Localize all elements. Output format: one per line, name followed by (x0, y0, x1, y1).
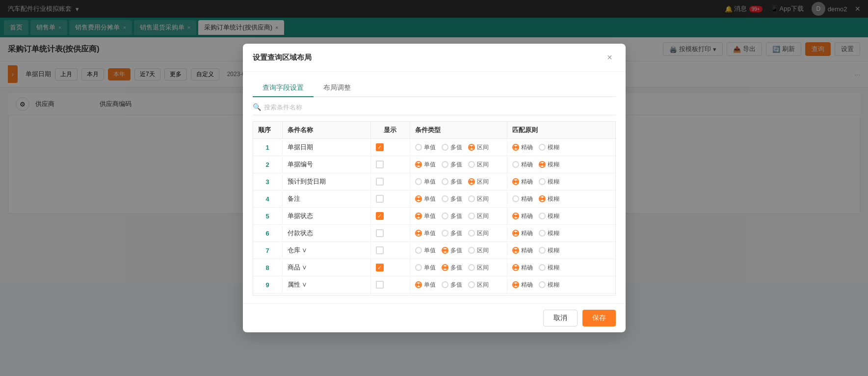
radio-circle-range-3 (468, 195, 475, 202)
table-row: 4备注 单值 多值 区间 精确 模糊 (253, 190, 615, 208)
radio-circle-fuzzy-6 (539, 247, 546, 254)
row-order-1: 2 (253, 157, 283, 172)
checkbox-display-1[interactable] (376, 161, 384, 168)
radio-range-3[interactable]: 区间 (468, 195, 489, 203)
radio-circle-exact-0 (512, 144, 519, 151)
row-match-5: 精确 模糊 (507, 225, 615, 242)
radio-circle-fuzzy-2 (539, 178, 546, 185)
radio-circle-exact-6 (512, 247, 519, 254)
radio-single-2[interactable]: 单值 (415, 178, 436, 186)
checkbox-display-0[interactable]: ✓ (376, 143, 384, 151)
radio-range-1[interactable]: 区间 (468, 161, 489, 169)
row-display-5[interactable] (371, 225, 410, 241)
radio-circle-multi-2 (442, 178, 448, 185)
radio-exact-4[interactable]: 精确 (512, 212, 533, 220)
row-order-7: 8 (253, 260, 283, 275)
tab-query-fields[interactable]: 查询字段设置 (253, 80, 314, 97)
table-row: 9属性 ∨ 单值 多值 区间 精确 模糊 (253, 276, 615, 284)
radio-exact-2[interactable]: 精确 (512, 178, 533, 186)
radio-single-1[interactable]: 单值 (415, 161, 436, 169)
radio-multi-5[interactable]: 多值 (442, 229, 462, 238)
radio-multi-2[interactable]: 多值 (442, 178, 462, 186)
radio-single-5[interactable]: 单值 (415, 229, 436, 238)
radio-fuzzy-1[interactable]: 模糊 (539, 161, 559, 169)
radio-circle-single-5 (415, 230, 422, 237)
radio-multi-6[interactable]: 多值 (442, 246, 462, 255)
checkbox-display-5[interactable] (376, 229, 384, 237)
radio-exact-7[interactable]: 精确 (512, 264, 533, 272)
th-name: 条件名称 (283, 122, 371, 138)
row-display-8[interactable] (371, 277, 410, 284)
row-display-7[interactable]: ✓ (371, 260, 410, 275)
radio-single-0[interactable]: 单值 (415, 143, 436, 152)
dialog-table-header: 顺序 条件名称 显示 条件类型 匹配原则 (253, 121, 616, 138)
radio-range-8[interactable]: 区间 (468, 281, 489, 284)
radio-circle-multi-0 (442, 144, 448, 151)
radio-range-5[interactable]: 区间 (468, 229, 489, 238)
radio-fuzzy-8[interactable]: 模糊 (539, 281, 559, 284)
row-display-3[interactable] (371, 191, 410, 207)
row-display-4[interactable]: ✓ (371, 208, 410, 224)
dialog-table-body: 1单据日期✓ 单值 多值 区间 精确 模糊 (253, 138, 616, 284)
radio-multi-4[interactable]: 多值 (442, 212, 462, 220)
row-name-8: 属性 ∨ (283, 276, 371, 284)
row-name-1: 单据编号 (283, 156, 371, 173)
radio-single-4[interactable]: 单值 (415, 212, 436, 220)
row-display-0[interactable]: ✓ (371, 139, 410, 155)
radio-fuzzy-7[interactable]: 模糊 (539, 264, 559, 272)
radio-multi-3[interactable]: 多值 (442, 195, 462, 203)
radio-range-2[interactable]: 区间 (468, 178, 489, 186)
row-order-3: 4 (253, 191, 283, 207)
row-name-0: 单据日期 (283, 139, 371, 156)
th-type: 条件类型 (410, 122, 507, 138)
checkbox-display-6[interactable] (376, 246, 384, 254)
radio-circle-range-2 (468, 178, 475, 185)
row-order-2: 3 (253, 174, 283, 189)
radio-fuzzy-5[interactable]: 模糊 (539, 229, 559, 238)
row-type-3: 单值 多值 区间 (410, 191, 507, 207)
radio-fuzzy-2[interactable]: 模糊 (539, 178, 559, 186)
radio-range-4[interactable]: 区间 (468, 212, 489, 220)
dialog-close-button[interactable]: × (604, 52, 616, 63)
row-type-6: 单值 多值 区间 (410, 242, 507, 259)
radio-single-7[interactable]: 单值 (415, 264, 436, 272)
table-row: 7仓库 ∨ 单值 多值 区间 精确 模糊 (253, 242, 615, 259)
radio-range-6[interactable]: 区间 (468, 246, 489, 255)
checkbox-display-2[interactable] (376, 178, 384, 186)
row-type-7: 单值 多值 区间 (410, 260, 507, 276)
row-display-2[interactable] (371, 174, 410, 189)
radio-multi-0[interactable]: 多值 (442, 143, 462, 152)
radio-circle-multi-3 (442, 195, 448, 202)
radio-multi-8[interactable]: 多值 (442, 281, 462, 284)
radio-multi-7[interactable]: 多值 (442, 264, 462, 272)
checkbox-display-7[interactable]: ✓ (376, 264, 384, 271)
radio-exact-0[interactable]: 精确 (512, 143, 533, 152)
radio-fuzzy-6[interactable]: 模糊 (539, 246, 559, 255)
radio-fuzzy-3[interactable]: 模糊 (539, 195, 559, 203)
radio-exact-3[interactable]: 精确 (512, 195, 533, 203)
radio-range-0[interactable]: 区间 (468, 143, 489, 152)
row-display-6[interactable] (371, 242, 410, 258)
row-match-1: 精确 模糊 (507, 157, 615, 173)
radio-single-6[interactable]: 单值 (415, 246, 436, 255)
modal-overlay: 设置查询区域布局 × 查询字段设置 布局调整 🔍 (0, 0, 868, 284)
checkbox-display-4[interactable]: ✓ (376, 212, 384, 220)
radio-range-7[interactable]: 区间 (468, 264, 489, 272)
radio-fuzzy-4[interactable]: 模糊 (539, 212, 559, 220)
radio-circle-multi-6 (442, 247, 448, 254)
radio-multi-1[interactable]: 多值 (442, 161, 462, 169)
tab-layout-adjust-label: 布局调整 (323, 83, 351, 91)
radio-single-8[interactable]: 单值 (415, 281, 436, 284)
radio-exact-8[interactable]: 精确 (512, 281, 533, 284)
checkbox-display-3[interactable] (376, 195, 384, 203)
row-match-7: 精确 模糊 (507, 260, 615, 276)
row-display-1[interactable] (371, 157, 410, 172)
tab-layout-adjust[interactable]: 布局调整 (314, 80, 361, 97)
radio-exact-6[interactable]: 精确 (512, 246, 533, 255)
radio-single-3[interactable]: 单值 (415, 195, 436, 203)
radio-exact-5[interactable]: 精确 (512, 229, 533, 238)
checkbox-display-8[interactable] (376, 281, 384, 284)
radio-fuzzy-0[interactable]: 模糊 (539, 143, 559, 152)
search-input[interactable] (264, 104, 616, 111)
radio-exact-1[interactable]: 精确 (512, 161, 533, 169)
